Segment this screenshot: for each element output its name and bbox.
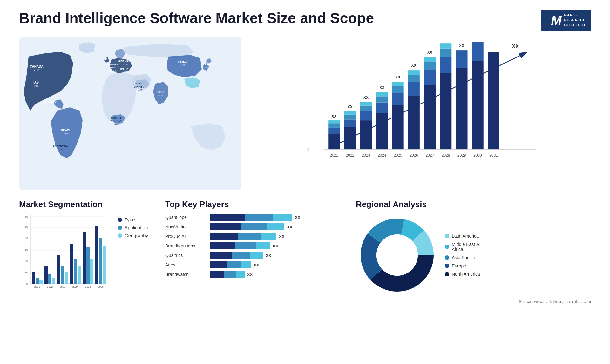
svg-text:FRANCE: FRANCE: [107, 63, 119, 66]
player-row-nowvertical: NowVertical XX: [165, 223, 343, 230]
regional-chart-area: Latin America Middle East &Africa Asia P…: [356, 214, 591, 296]
geo-dot: [118, 233, 122, 238]
player-bar-wrap: XX: [210, 214, 343, 221]
page-title: Brand Intelligence Software Market Size …: [19, 10, 374, 27]
svg-rect-54: [376, 113, 388, 149]
svg-text:2031: 2031: [490, 153, 498, 158]
seg-legend: Type Application Geography: [118, 217, 148, 238]
players-list: Quantilope XX NowVertical: [165, 214, 343, 278]
player-value: XX: [287, 225, 292, 229]
europe-dot: [445, 264, 449, 268]
player-row-brandwatch: Brandwatch XX: [165, 271, 343, 278]
seg-app-label: Application: [125, 225, 148, 230]
player-value: XX: [247, 272, 253, 277]
svg-text:xx%: xx%: [123, 63, 128, 66]
svg-text:2023: 2023: [362, 153, 370, 158]
svg-text:xx%: xx%: [137, 89, 142, 91]
logo-m: M: [551, 13, 561, 28]
svg-text:0: 0: [26, 282, 28, 286]
na-dot: [445, 272, 449, 276]
svg-text:XX: XX: [395, 75, 400, 79]
player-name: Attest: [165, 262, 207, 267]
mea-label: Middle East &Africa: [452, 242, 479, 252]
seg-legend-type: Type: [118, 217, 148, 222]
svg-text:xx%: xx%: [64, 132, 68, 135]
svg-rect-119: [57, 255, 60, 284]
player-value: XX: [266, 253, 271, 258]
svg-text:XX: XX: [332, 114, 337, 118]
svg-rect-50: [360, 106, 372, 111]
svg-rect-113: [39, 280, 43, 284]
na-label: North America: [452, 272, 480, 277]
player-row-proquo: ProQuo AI XX: [165, 233, 343, 240]
map-svg: CANADA xx% U.S. xx% MEXICO xx% BRAZIL xx…: [19, 37, 241, 190]
svg-rect-56: [376, 96, 388, 102]
legend-mea: Middle East &Africa: [445, 242, 480, 252]
player-row-attest: Attest XX: [165, 261, 343, 268]
svg-text:xx%: xx%: [158, 94, 163, 97]
player-name: Quantilope: [165, 215, 207, 220]
svg-rect-66: [408, 96, 420, 149]
latin-dot: [445, 234, 449, 238]
bottom-section: Market Segmentation 0 10 20 30 40 50 60: [19, 199, 591, 320]
player-bar: [210, 223, 284, 230]
svg-text:AFRICA: AFRICA: [111, 119, 121, 123]
svg-text:JAPAN: JAPAN: [201, 63, 210, 66]
svg-rect-55: [376, 102, 388, 113]
svg-rect-75: [424, 57, 436, 62]
svg-rect-128: [86, 247, 90, 284]
svg-rect-79: [440, 57, 452, 73]
player-name: Brandwatch: [165, 272, 207, 277]
svg-rect-78: [440, 73, 452, 149]
svg-text:2026: 2026: [98, 286, 104, 288]
page-container: Brand Intelligence Software Market Size …: [0, 0, 610, 364]
source-text: Source : www.marketresearchintellect.com: [356, 300, 591, 304]
svg-text:20: 20: [25, 260, 28, 263]
svg-text:xx%: xx%: [34, 69, 39, 72]
svg-text:XX: XX: [459, 44, 464, 48]
svg-text:2024: 2024: [378, 153, 386, 158]
svg-text:2021: 2021: [330, 153, 338, 158]
svg-text:xx%: xx%: [113, 123, 118, 126]
svg-text:XX: XX: [348, 105, 353, 109]
svg-rect-127: [83, 232, 86, 284]
svg-rect-116: [48, 274, 51, 284]
seg-chart-wrapper: 0 10 20 30 40 50 60: [19, 214, 152, 296]
seg-title: Market Segmentation: [19, 199, 152, 209]
svg-text:U.S.: U.S.: [33, 81, 40, 84]
svg-text:XX: XX: [475, 41, 480, 42]
svg-point-140: [376, 234, 418, 276]
svg-text:xx%: xx%: [48, 104, 53, 106]
player-bar: [210, 271, 245, 278]
svg-rect-42: [344, 127, 356, 149]
svg-rect-51: [360, 102, 372, 106]
player-bar: [210, 214, 292, 221]
player-value: XX: [295, 215, 300, 220]
svg-text:50: 50: [25, 225, 28, 228]
player-row-qualtrics: Qualtrics XX: [165, 252, 343, 259]
svg-text:30: 30: [25, 248, 28, 251]
svg-rect-48: [360, 120, 372, 149]
donut-chart: [356, 214, 438, 296]
logo-area: M MARKET RESEARCH INTELLECT: [541, 10, 591, 31]
svg-text:2024: 2024: [72, 286, 78, 288]
mea-dot: [445, 245, 449, 249]
player-row-quantilope: Quantilope XX: [165, 214, 343, 221]
svg-rect-38: [328, 123, 340, 128]
svg-text:2027: 2027: [426, 153, 434, 158]
svg-rect-45: [344, 111, 356, 115]
svg-text:ARABIA: ARABIA: [134, 85, 146, 88]
svg-rect-69: [408, 70, 420, 75]
svg-rect-62: [392, 86, 404, 93]
svg-rect-57: [376, 92, 388, 97]
player-name: ProQuo AI: [165, 234, 207, 239]
svg-text:40: 40: [25, 237, 28, 240]
player-name: BrandMentions: [165, 243, 207, 248]
player-bar: [210, 252, 263, 259]
seg-legend-geo: Geography: [118, 233, 148, 238]
svg-text:2029: 2029: [458, 153, 466, 158]
svg-rect-74: [424, 62, 436, 70]
svg-text:10: 10: [25, 271, 28, 274]
svg-rect-81: [440, 43, 452, 48]
svg-rect-84: [456, 68, 468, 150]
